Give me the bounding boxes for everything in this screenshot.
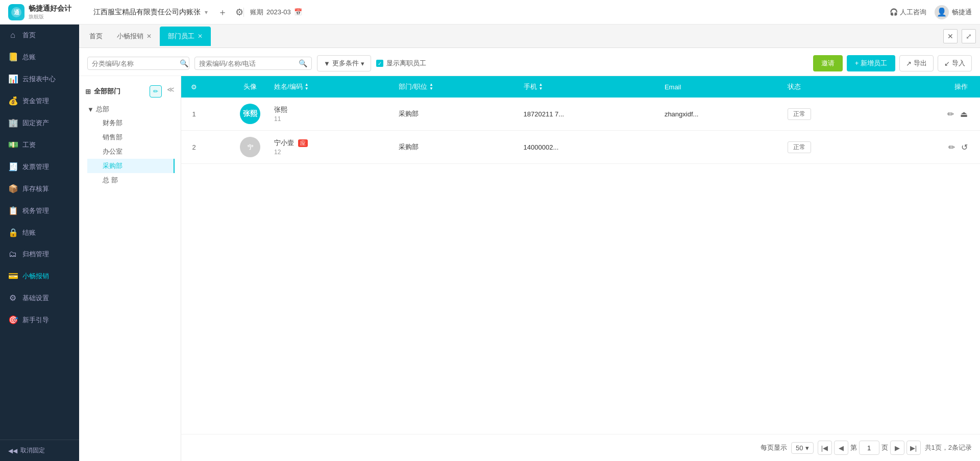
sidebar-item-guide[interactable]: 🎯 新手引导 (0, 309, 79, 331)
table-row: 2 宁 宁小壹 (181, 131, 980, 164)
logo-area: 通 畅捷通好会计 旗舰版 (8, 4, 87, 20)
close-month-icon: 🔒 (8, 228, 17, 237)
user-area[interactable]: 👤 畅捷通 (935, 5, 972, 19)
logo-icon: 通 (8, 4, 24, 20)
top-bar: 通 畅捷通好会计 旗舰版 江西服宝精品有限责任公司内账张 ▾ ＋ ⚙ 账期 20… (0, 0, 980, 25)
dept-sub-purchase[interactable]: 采购部 (87, 159, 175, 173)
page-unit: 页 (881, 443, 888, 452)
dept-sub-sales[interactable]: 销售部 (87, 130, 175, 144)
sidebar-bottom: ◀◀ 取消固定 (0, 440, 79, 461)
import-button[interactable]: ↙ 导入 (938, 55, 972, 71)
th-settings[interactable]: ⚙ (181, 76, 207, 98)
page-wrapper: 🔍 🔍 ▼ 更多条件 ▾ ✓ 显示离 (79, 48, 980, 461)
row1-logout-button[interactable]: ⏏ (960, 110, 968, 118)
export-button[interactable]: ↗ 导出 (899, 55, 934, 71)
guide-icon: 🎯 (8, 315, 17, 325)
th-no (207, 76, 232, 98)
calendar-icon[interactable]: 📅 (294, 8, 302, 16)
period-value: 2023-03 (266, 8, 291, 16)
page-size-selector[interactable]: 50 ▾ (791, 442, 813, 454)
sidebar-item-funds[interactable]: 💰 资金管理 (0, 90, 79, 112)
import-label: 导入 (952, 59, 965, 68)
tab-expense-close-icon[interactable]: ✕ (146, 33, 152, 40)
grid-icon: ⊞ (85, 88, 91, 95)
th-name-code[interactable]: 姓名/编码 ▲▼ (268, 76, 393, 98)
expense-icon: 💳 (8, 271, 17, 281)
sidebar-item-reports[interactable]: 📊 云报表中心 (0, 68, 79, 90)
row1-actions-cell: ✏ ⏏ (877, 98, 980, 131)
show-resigned-toggle[interactable]: ✓ 显示离职员工 (376, 59, 426, 68)
add-employee-button[interactable]: + 新增员工 (847, 55, 895, 71)
show-resigned-checkbox[interactable]: ✓ (376, 60, 383, 67)
dept-edit-button[interactable]: ✏ (150, 85, 162, 98)
company-selector[interactable]: 江西服宝精品有限责任公司内账张 ▾ (87, 8, 214, 17)
cancel-pin-button[interactable]: ◀◀ 取消固定 (0, 440, 79, 461)
employee-search-icon[interactable]: 🔍 (299, 59, 307, 67)
dept-arrow-icon: ▼ (87, 106, 94, 113)
dept-sub-office[interactable]: 办公室 (87, 144, 175, 159)
th-dept-pos[interactable]: 部门/职位 ▲▼ (393, 76, 517, 98)
tab-department[interactable]: 部门员工 ✕ (160, 27, 211, 46)
row2-edit-button[interactable]: ✏ (948, 143, 955, 152)
sidebar-label-expense: 小畅报销 (22, 272, 49, 281)
inventory-icon: 📦 (8, 184, 17, 193)
dept-group-name-head: 总部 (96, 105, 109, 114)
next-page-button[interactable]: ▶ (890, 441, 904, 455)
first-page-button[interactable]: |◀ (818, 441, 832, 455)
filter-button[interactable]: ▼ 更多条件 ▾ (317, 55, 371, 71)
page-number-input[interactable] (859, 441, 879, 455)
sidebar-item-salary[interactable]: 💵 工资 (0, 134, 79, 156)
sidebar-label-assets: 固定资产 (22, 118, 49, 128)
service-button[interactable]: 🎧 人工咨询 (890, 8, 926, 17)
sidebar-item-expense[interactable]: 💳 小畅报销 (0, 265, 79, 287)
dept-collapse-button[interactable]: ≪ (167, 85, 175, 98)
th-email: Email (658, 76, 782, 98)
row2-delete-button[interactable]: ↺ (961, 143, 968, 152)
archive-icon: 🗂 (8, 250, 17, 259)
dept-sub-finance[interactable]: 财务部 (87, 116, 175, 130)
row1-name-cell: 张熙 11 (268, 98, 393, 131)
dept-sub-general[interactable]: 总 部 (87, 173, 175, 187)
sidebar-item-invoice[interactable]: 🧾 发票管理 (0, 156, 79, 178)
toolbar-right: 邀请 + 新增员工 ↗ 导出 ↙ 导入 (813, 55, 972, 71)
top-right-area: 🎧 人工咨询 👤 畅捷通 (890, 5, 972, 19)
dept-search-box: 🔍 (87, 57, 189, 70)
sidebar-item-tax[interactable]: 📋 税务管理 (0, 200, 79, 222)
prev-page-button[interactable]: ◀ (834, 441, 848, 455)
page-size-chevron-icon: ▾ (805, 444, 809, 452)
sidebar-item-inventory[interactable]: 📦 库存核算 (0, 178, 79, 200)
filter-icon: ▼ (324, 60, 330, 67)
row1-edit-button[interactable]: ✏ (947, 110, 954, 118)
sidebar-item-close[interactable]: 🔒 结账 (0, 222, 79, 244)
dept-search-input[interactable] (92, 60, 178, 67)
tab-expense[interactable]: 小畅报销 ✕ (109, 27, 160, 46)
sidebar-item-ledger[interactable]: 📒 总账 (0, 46, 79, 68)
tab-close-all-button[interactable]: ✕ (943, 29, 958, 43)
tab-department-close-icon[interactable]: ✕ (198, 33, 203, 40)
page-nav: |◀ ◀ 第 页 ▶ ▶| (818, 441, 921, 455)
sidebar-item-settings[interactable]: ⚙ 基础设置 (0, 287, 79, 309)
add-icon[interactable]: ＋ (218, 6, 227, 18)
tab-home[interactable]: 首页 (83, 27, 109, 46)
tax-icon: 📋 (8, 206, 17, 215)
sidebar-item-home[interactable]: ⌂ 首页 (0, 25, 79, 46)
sidebar-item-assets[interactable]: 🏢 固定资产 (0, 112, 79, 134)
tab-expense-label: 小畅报销 (117, 32, 143, 41)
content-area: 首页 小畅报销 ✕ 部门员工 ✕ ✕ ⤢ (79, 25, 980, 461)
employee-search-input[interactable] (199, 60, 297, 67)
table-header-row: ⚙ 头像 姓名/编码 ▲▼ (181, 76, 980, 98)
period-label: 账期 (250, 8, 263, 17)
row2-code: 12 (274, 149, 386, 156)
invite-button[interactable]: 邀请 (813, 55, 843, 71)
dept-search-icon[interactable]: 🔍 (180, 59, 188, 67)
all-departments-button[interactable]: ⊞ 全部部门 (85, 87, 120, 96)
last-page-button[interactable]: ▶| (906, 441, 921, 455)
invite-label: 邀请 (821, 59, 835, 67)
dept-group-label-head[interactable]: ▼ 总部 (87, 105, 175, 114)
sidebar-item-archive[interactable]: 🗂 归档管理 (0, 244, 79, 265)
dept-tree: ▼ 总部 财务部 销售部 办公室 采购部 总 部 (79, 103, 181, 189)
settings-icon[interactable]: ⚙ (235, 7, 243, 18)
row2-name-cell: 宁小壹 应 12 (268, 131, 393, 164)
tab-expand-button[interactable]: ⤢ (962, 29, 976, 43)
th-phone[interactable]: 手机 ▲▼ (518, 76, 658, 98)
